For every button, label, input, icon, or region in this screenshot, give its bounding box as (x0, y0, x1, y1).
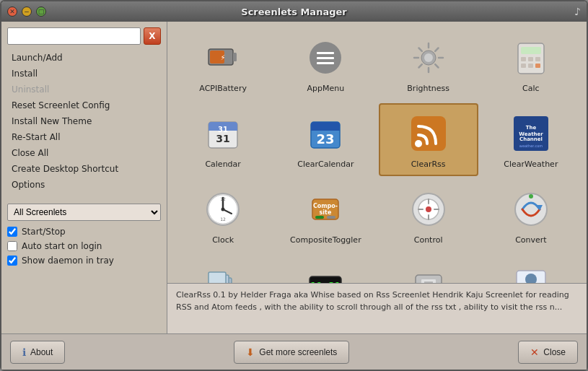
clearweather-name: ClearWeather (504, 160, 558, 169)
music-icon: ♪ (574, 6, 581, 17)
maximize-button[interactable]: □ (36, 6, 46, 17)
screenlet-item-brightness[interactable]: Brightness (379, 27, 478, 100)
screenlet-item-appmenu[interactable]: AppMenu (276, 27, 375, 100)
sidebar-item-install-theme[interactable]: Install New Theme (7, 114, 161, 128)
svg-rect-1 (233, 53, 237, 61)
screenlet-item-digiclock[interactable]: 19:31 DigiClock (276, 255, 375, 283)
digiclock-icon: 19:31 (302, 262, 348, 283)
svg-text:23: 23 (317, 131, 335, 147)
brightness-icon (405, 35, 452, 81)
screenlet-item-copystack[interactable]: CopyStack (173, 255, 273, 283)
svg-rect-33 (311, 126, 340, 131)
main-panel: ⚡ ACPIBattery AppMenu Brightness (167, 22, 587, 333)
auto-start-label: Auto start on login (22, 241, 102, 251)
screenlet-item-diskusage[interactable]: Diskusage (379, 255, 478, 283)
svg-rect-25 (535, 64, 540, 68)
svg-line-15 (435, 64, 438, 67)
svg-text:site: site (320, 209, 332, 216)
search-input[interactable] (7, 27, 141, 45)
screenlet-item-calendar[interactable]: 31 31 Calendar (173, 103, 273, 176)
svg-text:weather.com: weather.com (519, 144, 543, 148)
svg-point-36 (415, 140, 422, 147)
svg-rect-21 (528, 57, 533, 61)
clearweather-icon: The Weather Channel weather.com (508, 110, 554, 157)
screenlet-item-calc[interactable]: Calc (481, 27, 581, 100)
svg-rect-23 (521, 64, 526, 68)
svg-line-14 (418, 48, 421, 51)
clearcalendar-name: ClearCalendar (297, 160, 354, 169)
sidebar-item-install[interactable]: Install (7, 66, 161, 81)
screenlet-item-clearcalendar[interactable]: 23 ClearCalendar (276, 103, 375, 176)
download-icon: ⬇ (246, 346, 255, 358)
sidebar: X Launch/Add Install Uninstall Reset Scr… (1, 22, 167, 333)
screenlet-item-evolutioncontacts[interactable]: EvolutionContacts (481, 255, 581, 283)
close-button[interactable]: ✕ Close (518, 341, 578, 364)
screenlets-grid: ⚡ ACPIBattery AppMenu Brightness (167, 22, 587, 283)
calendar-name: Calendar (205, 160, 240, 169)
diskusage-icon (405, 262, 452, 283)
evolutioncontacts-icon (508, 262, 554, 283)
info-icon: ℹ (22, 346, 26, 358)
sidebar-item-launch[interactable]: Launch/Add (7, 51, 161, 65)
show-daemon-row: Show daemon in tray (7, 254, 161, 267)
titlebar: ✕ − □ Screenlets Manager ♪ (1, 1, 587, 22)
screenlet-item-clearrss[interactable]: ClearRss (379, 103, 478, 176)
convert-icon (508, 186, 554, 232)
svg-rect-52 (315, 216, 324, 219)
screenlet-item-clock[interactable]: 12 12 Clock (173, 179, 273, 252)
screenlet-item-convert[interactable]: Convert (481, 179, 581, 252)
about-button[interactable]: ℹ About (10, 341, 65, 364)
clear-search-button[interactable]: X (144, 27, 161, 45)
get-more-button[interactable]: ⬇ Get more screenlets (234, 341, 349, 364)
sidebar-item-options[interactable]: Options (7, 178, 161, 192)
svg-text:12: 12 (220, 217, 226, 222)
svg-point-46 (221, 208, 225, 211)
screenlet-item-acpibattery[interactable]: ⚡ ACPIBattery (173, 27, 273, 100)
sidebar-item-reset[interactable]: Reset Screenlet Config (7, 98, 161, 113)
control-name: Control (414, 235, 443, 245)
svg-text:The: The (526, 125, 537, 131)
svg-rect-22 (535, 57, 540, 61)
start-stop-row: Start/Stop (7, 225, 161, 238)
filter-dropdown[interactable]: All Screenlets Running Not Running (7, 204, 161, 221)
titlebar-right: ♪ (574, 6, 581, 17)
svg-point-9 (424, 53, 433, 62)
bottom-bar: ℹ About ⬇ Get more screenlets ✕ Close (1, 333, 587, 370)
close-window-button[interactable]: ✕ (7, 6, 17, 17)
copystack-icon (200, 262, 246, 283)
calc-name: Calc (522, 84, 540, 93)
sidebar-item-close-all[interactable]: Close All (7, 146, 161, 160)
screenlet-item-clearweather[interactable]: The Weather Channel weather.com ClearWea… (481, 103, 581, 176)
svg-rect-7 (317, 62, 334, 64)
clearcalendar-icon: 23 (302, 110, 348, 157)
svg-rect-24 (528, 64, 533, 68)
calendar-icon: 31 31 (200, 110, 246, 157)
clock-icon: 12 12 (200, 186, 246, 232)
svg-text:Channel: Channel (519, 136, 543, 142)
minimize-button[interactable]: − (22, 6, 32, 17)
svg-point-62 (529, 194, 533, 198)
main-window: ✕ − □ Screenlets Manager ♪ X Launch/Add … (0, 0, 588, 371)
svg-text:Compo-: Compo- (313, 203, 338, 209)
sidebar-item-desktop[interactable]: Create Desktop Shortcut (7, 162, 161, 176)
svg-text:⚡: ⚡ (221, 53, 226, 61)
svg-line-16 (435, 48, 438, 51)
appmenu-name: AppMenu (307, 84, 345, 93)
screenlet-item-compositetoggler[interactable]: Compo- site CompositeToggler (276, 179, 375, 252)
window-title: Screenlets Manager (241, 6, 346, 17)
clearrss-icon (405, 110, 452, 157)
auto-start-checkbox[interactable] (7, 241, 17, 251)
svg-point-60 (426, 206, 431, 212)
acpibattery-name: ACPIBattery (199, 84, 247, 93)
convert-name: Convert (515, 235, 547, 245)
svg-text:31: 31 (216, 133, 229, 144)
filter-dropdown-row: All Screenlets Running Not Running (7, 204, 161, 221)
svg-rect-5 (317, 52, 334, 54)
sidebar-item-restart[interactable]: Re-Start All (7, 130, 161, 144)
start-stop-checkbox[interactable] (7, 227, 17, 237)
show-daemon-checkbox[interactable] (7, 256, 17, 266)
appmenu-icon (302, 35, 348, 81)
svg-rect-19 (521, 47, 541, 54)
control-icon (405, 186, 452, 232)
screenlet-item-control[interactable]: Control (379, 179, 478, 252)
